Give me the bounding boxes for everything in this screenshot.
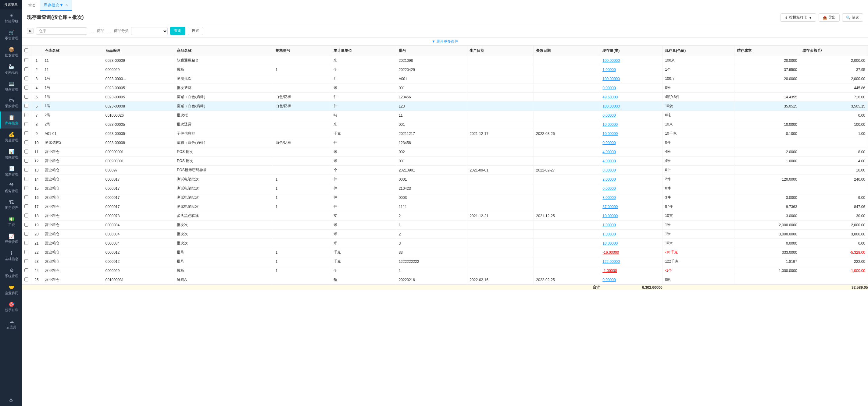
- row-checkbox[interactable]: [22, 129, 31, 138]
- row-qty-main[interactable]: 3.00000: [600, 193, 662, 202]
- category-select[interactable]: [131, 27, 168, 35]
- row-qty-main[interactable]: 0.00000: [600, 111, 662, 120]
- row-checkbox[interactable]: [22, 211, 31, 221]
- sidebar-item-tax[interactable]: 🏛 税务管理: [0, 180, 22, 197]
- row-qty-main[interactable]: 0.00000: [600, 83, 662, 93]
- row-qty-main[interactable]: -1.00000: [600, 266, 662, 275]
- row-checkbox[interactable]: [22, 266, 31, 275]
- sidebar-item-finance[interactable]: 💰 资金管理: [0, 129, 22, 145]
- sidebar-item-purchase[interactable]: 🛍 采购管理: [0, 95, 22, 111]
- row-checkbox[interactable]: [22, 111, 31, 120]
- sidebar-item-salary[interactable]: 💵 工资: [0, 213, 22, 230]
- row-checkbox[interactable]: [22, 248, 31, 257]
- row-qty-main[interactable]: 100.00000: [600, 56, 662, 65]
- row-checkbox[interactable]: [22, 239, 31, 248]
- print-template-button[interactable]: 🖨 按模板打印 ▼: [780, 13, 816, 22]
- sidebar-settings[interactable]: ⚙: [0, 395, 22, 406]
- settings-button[interactable]: 设置: [188, 27, 203, 35]
- row-checkbox[interactable]: [22, 102, 31, 111]
- row-qty-main[interactable]: 49.60000: [600, 93, 662, 102]
- sidebar-item-invoice[interactable]: 🧾 发票管理: [0, 163, 22, 180]
- warehouse-input[interactable]: [36, 27, 87, 35]
- row-qty-main[interactable]: 4.00000: [600, 147, 662, 157]
- sidebar-item-accounting[interactable]: 📊 总账管理: [0, 145, 22, 163]
- row-qty-main[interactable]: 1.00000: [600, 65, 662, 74]
- more-conditions-button[interactable]: ▼ 展开更多条件: [432, 39, 458, 44]
- sidebar-item-ecommerce[interactable]: 💻 电商管理: [0, 78, 22, 95]
- sidebar-item-collaboration[interactable]: 🤝 企业协同: [0, 281, 22, 299]
- sidebar-item-system[interactable]: ⚙ 系统管理: [0, 264, 22, 281]
- row-qty-main[interactable]: 2.00000: [600, 175, 662, 184]
- row-qty-main[interactable]: 10.00000: [600, 129, 662, 138]
- row-product-name: POS 批次: [175, 157, 273, 166]
- sidebar-item-basic-info[interactable]: ℹ 基础信息: [0, 247, 22, 264]
- tab-home[interactable]: 首页: [24, 0, 40, 11]
- row-checkbox[interactable]: [22, 157, 31, 166]
- row-checkbox[interactable]: [22, 202, 31, 211]
- sidebar-item-guide[interactable]: 🎯 新手引导: [0, 299, 22, 315]
- row-qty-main[interactable]: 100.00000: [600, 74, 662, 83]
- row-qty-main[interactable]: -16.00000: [600, 248, 662, 257]
- row-checkbox[interactable]: [22, 184, 31, 193]
- row-checkbox[interactable]: [22, 65, 31, 74]
- row-checkbox[interactable]: [22, 275, 31, 285]
- sidebar-item-quick-nav[interactable]: ⊞ 快捷导航: [0, 9, 22, 27]
- row-checkbox[interactable]: [22, 83, 31, 93]
- row-qty-main[interactable]: 0.00000: [600, 184, 662, 193]
- tab-close-icon[interactable]: ✕: [65, 3, 68, 7]
- row-checkbox[interactable]: [22, 193, 31, 202]
- row-qty-main[interactable]: 122.00000: [600, 257, 662, 266]
- row-checkbox[interactable]: [22, 93, 31, 102]
- row-qty-main[interactable]: 4.00000: [600, 157, 662, 166]
- row-expire-date: [533, 257, 600, 266]
- row-checkbox[interactable]: [22, 147, 31, 157]
- row-batch: 2021098: [396, 56, 467, 65]
- sidebar-item-cloud[interactable]: ☁ 云应用: [0, 315, 22, 333]
- row-qty-main[interactable]: 1.00000: [600, 230, 662, 239]
- row-batch: 001: [396, 83, 467, 93]
- row-checkbox[interactable]: [22, 138, 31, 147]
- row-checkbox[interactable]: [22, 230, 31, 239]
- sidebar-item-inventory[interactable]: 📋 库存核查: [0, 111, 22, 129]
- row-qty-main[interactable]: 100.00000: [600, 102, 662, 111]
- filter-expand-button[interactable]: ▶: [27, 28, 34, 34]
- query-button[interactable]: 查询: [170, 27, 185, 35]
- sidebar-item-fixed-assets[interactable]: 🏗 固定资产: [0, 197, 22, 213]
- row-batch: 33: [396, 248, 467, 257]
- row-checkbox[interactable]: [22, 74, 31, 83]
- table-container[interactable]: 仓库名称 商品编码 商品名称 规格型号 主计量单位 批号 生产日期 失效日期 现…: [22, 46, 868, 406]
- row-spec: [273, 221, 331, 230]
- row-checkbox[interactable]: [22, 175, 31, 184]
- sidebar-item-retail[interactable]: 🛒 零售管理: [0, 27, 22, 43]
- row-qty-store: 1米: [662, 221, 735, 230]
- select-all-checkbox[interactable]: [24, 48, 28, 53]
- row-qty-main[interactable]: 0.00000: [600, 275, 662, 285]
- row-produce-date: [467, 120, 533, 129]
- row-checkbox[interactable]: [22, 257, 31, 266]
- sidebar-item-label: 经营管理: [5, 240, 18, 244]
- row-qty-main[interactable]: 87.00000: [600, 202, 662, 211]
- tab-inventory-batch[interactable]: 库存批次▼ ✕: [40, 0, 72, 11]
- row-produce-date: 2022-02-16: [467, 275, 533, 285]
- management-icon: 📈: [8, 233, 14, 239]
- filter-button[interactable]: 🔍 筛选: [842, 13, 863, 22]
- row-product-name: 测测批次: [175, 74, 273, 83]
- row-checkbox[interactable]: [22, 166, 31, 175]
- row-cost: [735, 184, 800, 193]
- row-qty-main[interactable]: 0.00000: [600, 138, 662, 147]
- row-checkbox[interactable]: [22, 56, 31, 65]
- col-header-checkbox[interactable]: [22, 46, 31, 56]
- row-qty-main[interactable]: 1.00000: [600, 221, 662, 230]
- row-qty-main[interactable]: 0.00000: [600, 166, 662, 175]
- row-qty-main[interactable]: 10.00000: [600, 120, 662, 129]
- sidebar-item-management[interactable]: 📈 经营管理: [0, 230, 22, 247]
- export-button[interactable]: 📤 导出: [818, 13, 840, 22]
- row-batch: 1222222222: [396, 257, 467, 266]
- sidebar-item-ecommerce-small[interactable]: 🦢 小鹅电商: [0, 61, 22, 78]
- row-qty-main[interactable]: 10.00000: [600, 211, 662, 221]
- row-qty-main[interactable]: 10.00000: [600, 239, 662, 248]
- sidebar-item-wholesale[interactable]: 📦 批发管理: [0, 43, 22, 61]
- sidebar-logo[interactable]: 搜索菜单: [0, 0, 22, 9]
- row-checkbox[interactable]: [22, 221, 31, 230]
- row-checkbox[interactable]: [22, 120, 31, 129]
